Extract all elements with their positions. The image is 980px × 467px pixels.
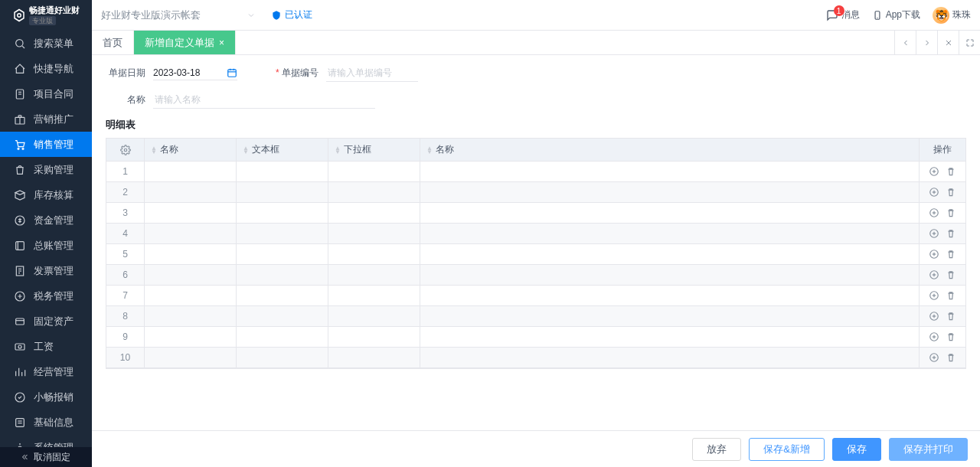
cell-name2[interactable] [420, 348, 920, 367]
sidebar-pin-toggle[interactable]: 取消固定 [0, 447, 92, 467]
cell-name1[interactable] [145, 224, 237, 243]
cell-name2[interactable] [420, 203, 920, 223]
cell-name2[interactable] [420, 306, 920, 326]
cell-dropdown[interactable] [328, 203, 420, 223]
col-textbox[interactable]: ▲▼文本框 [237, 139, 328, 161]
sidebar-item-5[interactable]: 采购管理 [0, 157, 92, 182]
sidebar-item-14[interactable]: 小畅报销 [0, 384, 92, 410]
cell-name1[interactable] [145, 306, 237, 326]
add-row-icon[interactable] [929, 207, 939, 218]
tab-1[interactable]: 新增自定义单据× [134, 31, 236, 54]
cell-name2[interactable] [420, 327, 920, 347]
table-row[interactable]: 2 [106, 182, 965, 203]
add-row-icon[interactable] [929, 249, 939, 260]
sidebar-item-9[interactable]: 发票管理 [0, 258, 92, 283]
sidebar-item-10[interactable]: 税务管理 [0, 283, 92, 309]
cell-dropdown[interactable] [328, 306, 420, 326]
sidebar-item-15[interactable]: 基础信息 [0, 410, 92, 435]
cell-name1[interactable] [145, 244, 237, 264]
add-row-icon[interactable] [929, 311, 939, 322]
sidebar-item-7[interactable]: 资金管理 [0, 207, 92, 233]
cell-dropdown[interactable] [328, 244, 420, 264]
add-row-icon[interactable] [929, 187, 939, 198]
cell-dropdown[interactable] [328, 162, 420, 181]
sidebar-item-12[interactable]: 工资 [0, 334, 92, 359]
sidebar-item-13[interactable]: 经营管理 [0, 359, 92, 384]
cell-name2[interactable] [420, 265, 920, 285]
cell-name1[interactable] [145, 203, 237, 223]
col-name2[interactable]: ▲▼名称 [420, 139, 920, 161]
cell-name2[interactable] [420, 182, 920, 202]
table-row[interactable]: 9 [106, 327, 965, 348]
delete-row-icon[interactable] [946, 228, 956, 239]
cell-name1[interactable] [145, 348, 237, 367]
table-row[interactable]: 1 [106, 162, 965, 182]
cell-dropdown[interactable] [328, 224, 420, 243]
cell-name2[interactable] [420, 224, 920, 243]
sidebar-item-3[interactable]: 营销推广 [0, 106, 92, 132]
cell-textbox[interactable] [237, 286, 328, 305]
cell-name1[interactable] [145, 162, 237, 181]
sidebar-item-16[interactable]: 系统管理 [0, 435, 92, 447]
doc-no-input[interactable] [326, 64, 418, 82]
account-selector[interactable]: 好业财专业版演示帐套 [101, 8, 256, 22]
cell-name1[interactable] [145, 182, 237, 202]
date-input[interactable]: 2023-03-18 [153, 66, 237, 80]
cell-textbox[interactable] [237, 327, 328, 347]
tab-prev[interactable] [894, 31, 916, 54]
discard-button[interactable]: 放弃 [692, 438, 741, 461]
tab-0[interactable]: 首页 [92, 31, 134, 54]
name-input[interactable] [153, 91, 375, 109]
add-row-icon[interactable] [929, 352, 939, 363]
table-row[interactable]: 6 [106, 265, 965, 286]
add-row-icon[interactable] [929, 290, 939, 301]
tab-close-all[interactable] [937, 31, 959, 54]
cell-dropdown[interactable] [328, 286, 420, 305]
table-row[interactable]: 10 [106, 348, 965, 368]
cell-textbox[interactable] [237, 224, 328, 243]
add-row-icon[interactable] [929, 228, 939, 239]
cell-name1[interactable] [145, 265, 237, 285]
messages-link[interactable]: 1 消息 [826, 8, 860, 21]
cell-dropdown[interactable] [328, 348, 420, 367]
cell-dropdown[interactable] [328, 182, 420, 202]
cell-textbox[interactable] [237, 182, 328, 202]
table-row[interactable]: 4 [106, 224, 965, 244]
table-row[interactable]: 5 [106, 244, 965, 265]
col-name1[interactable]: ▲▼名称 [145, 139, 237, 161]
save-and-new-button[interactable]: 保存&新增 [749, 438, 825, 461]
cell-dropdown[interactable] [328, 327, 420, 347]
add-row-icon[interactable] [929, 331, 939, 342]
cell-name2[interactable] [420, 162, 920, 181]
sidebar-item-4[interactable]: 销售管理 [0, 132, 92, 157]
cell-name1[interactable] [145, 327, 237, 347]
delete-row-icon[interactable] [946, 311, 956, 322]
cell-textbox[interactable] [237, 203, 328, 223]
delete-row-icon[interactable] [946, 187, 956, 198]
cell-textbox[interactable] [237, 162, 328, 181]
table-row[interactable]: 8 [106, 306, 965, 327]
delete-row-icon[interactable] [946, 331, 956, 342]
cell-name1[interactable] [145, 286, 237, 305]
add-row-icon[interactable] [929, 269, 939, 280]
cell-textbox[interactable] [237, 244, 328, 264]
delete-row-icon[interactable] [946, 207, 956, 218]
table-row[interactable]: 3 [106, 203, 965, 224]
delete-row-icon[interactable] [946, 269, 956, 280]
cell-textbox[interactable] [237, 306, 328, 326]
col-dropdown[interactable]: ▲▼下拉框 [328, 139, 420, 161]
cell-name2[interactable] [420, 244, 920, 264]
sidebar-item-8[interactable]: 总账管理 [0, 233, 92, 258]
delete-row-icon[interactable] [946, 166, 956, 177]
cell-textbox[interactable] [237, 348, 328, 367]
save-button[interactable]: 保存 [832, 438, 881, 461]
col-settings[interactable] [106, 139, 145, 161]
cell-textbox[interactable] [237, 265, 328, 285]
sidebar-item-1[interactable]: 快捷导航 [0, 56, 92, 81]
delete-row-icon[interactable] [946, 249, 956, 260]
tab-next[interactable] [916, 31, 937, 54]
delete-row-icon[interactable] [946, 290, 956, 301]
cell-dropdown[interactable] [328, 265, 420, 285]
delete-row-icon[interactable] [946, 352, 956, 363]
add-row-icon[interactable] [929, 166, 939, 177]
